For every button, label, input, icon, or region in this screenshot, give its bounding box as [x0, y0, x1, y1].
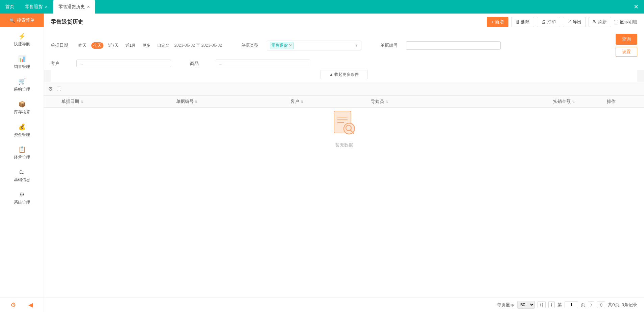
delete-button[interactable]: 🗑 删除 — [511, 17, 534, 27]
tab-home[interactable]: 首页 — [0, 0, 20, 14]
sidebar-item-system-mgmt[interactable]: ⚙ 系统管理 — [0, 187, 44, 209]
first-page-button[interactable]: ⟨⟨ — [538, 301, 546, 308]
search-icon: 🔍 — [9, 18, 15, 23]
date-range[interactable]: 2023-06-02 至 2023-06-02 — [174, 43, 222, 48]
sidebar-label-inventory: 库存核算 — [14, 109, 30, 115]
sidebar-label-operation-mgmt: 经营管理 — [14, 155, 30, 160]
tab-close-retail-return-history[interactable]: ✕ — [87, 5, 90, 9]
query-settings-col: 查询 设置 — [616, 34, 637, 57]
sidebar-label-purchase-mgmt: 采购管理 — [14, 87, 30, 92]
tab-retail-return[interactable]: 零售退货✕ — [20, 0, 53, 14]
date-btn-1month[interactable]: 近1月 — [123, 42, 138, 49]
sidebar-label-quick-nav: 快捷导航 — [14, 41, 30, 47]
empty-state: 暂无数据 — [44, 108, 644, 148]
pagination: 每页显示 50 10 20 100 ⟨⟨ ⟨ 第 页 ⟩ ⟩⟩ 共0页, 0条记… — [44, 297, 644, 312]
filter-section: 零售退货历史 + 新增 🗑 删除 🖨 打印 ↗ 导出 ↻ 刷新 显示明细 — [44, 14, 644, 70]
table-toolbar: ⚙ — [44, 82, 644, 96]
page-input[interactable] — [565, 301, 578, 308]
page-unit: 页 — [581, 302, 585, 308]
next-page-button[interactable]: ⟩ — [588, 301, 594, 308]
total-text: 共0页, 0条记录 — [608, 302, 637, 308]
sidebar-label-system-mgmt: 系统管理 — [14, 200, 30, 205]
tag-close-icon[interactable]: ✕ — [289, 43, 292, 48]
purchase-mgmt-icon: 🛒 — [18, 78, 26, 85]
refresh-button[interactable]: ↻ 刷新 — [589, 17, 611, 27]
voucher-type-select[interactable]: 零售退货 ✕ ▼ — [267, 41, 361, 50]
show-detail-checkbox-wrap[interactable]: 显示明细 — [614, 19, 637, 25]
collapse-button[interactable]: ▲ 收起更多条件 — [320, 70, 368, 79]
empty-icon — [329, 108, 359, 138]
sidebar-item-purchase-mgmt[interactable]: 🛒 采购管理 — [0, 74, 44, 96]
sidebar-label-basic-info: 基础信息 — [14, 177, 30, 183]
date-btn-more[interactable]: 更多 — [140, 42, 152, 49]
tab-retail-return-history[interactable]: 零售退货历史✕ — [53, 0, 95, 14]
th-actual-amount[interactable]: 实销金额 ⇅ — [464, 96, 579, 108]
collapse-sidebar-icon[interactable]: ◀ — [28, 301, 33, 309]
per-page-select[interactable]: 50 10 20 100 — [517, 301, 535, 309]
th-customer[interactable]: 客户 ⇅ — [286, 96, 367, 108]
sidebar-item-inventory[interactable]: 📦 库存核算 — [0, 96, 44, 119]
window-close-button[interactable]: ✕ — [634, 3, 644, 10]
export-button[interactable]: ↗ 导出 — [563, 17, 586, 27]
date-filter-group: 昨天 今天 近7天 近1月 更多 自定义 2023-06-02 至 2023-0… — [76, 42, 222, 49]
sidebar-label-finance-mgmt: 资金管理 — [14, 132, 30, 138]
basic-info-icon: 🗂 — [19, 169, 25, 176]
goods-select[interactable]: ... — [216, 60, 310, 67]
page-title: 零售退货历史 — [51, 19, 83, 26]
th-guide[interactable]: 导购员 ⇅ — [367, 96, 464, 108]
date-btn-yesterday[interactable]: 昨天 — [76, 42, 89, 49]
tab-close-retail-return[interactable]: ✕ — [45, 5, 48, 9]
sidebar-item-basic-info[interactable]: 🗂 基础信息 — [0, 164, 44, 187]
new-button[interactable]: + 新增 — [487, 17, 508, 27]
table-header: 单据日期 ⇅ 单据编号 ⇅ 客户 ⇅ 导购员 ⇅ 实销金额 ⇅ 操作 — [44, 96, 644, 108]
empty-text: 暂无数据 — [335, 142, 353, 148]
sidebar-item-sales-mgmt[interactable]: 📊 销售管理 — [0, 51, 44, 74]
quick-nav-icon: ⚡ — [18, 32, 26, 40]
customer-dots: ... — [79, 61, 83, 66]
filter-row-2: 客户 ... 商品 ... — [51, 60, 637, 67]
last-page-button[interactable]: ⟩⟩ — [597, 301, 605, 308]
date-btn-custom[interactable]: 自定义 — [155, 42, 171, 49]
sidebar-item-finance-mgmt[interactable]: 💰 资金管理 — [0, 119, 44, 142]
show-detail-checkbox[interactable] — [614, 20, 618, 24]
sidebar-search[interactable]: 🔍 搜索菜单 — [0, 14, 44, 27]
collapse-row: ▲ 收起更多条件 — [51, 70, 637, 82]
customer-label: 客户 — [51, 61, 71, 67]
tab-label-home: 首页 — [5, 4, 14, 10]
th-voucher-date[interactable]: 单据日期 ⇅ — [57, 96, 172, 108]
voucher-type-tag: 零售退货 ✕ — [270, 42, 294, 49]
print-button[interactable]: 🖨 打印 — [537, 17, 560, 27]
th-voucher-no[interactable]: 单据编号 ⇅ — [172, 96, 287, 108]
settings-icon[interactable]: ⚙ — [10, 301, 16, 309]
table-wrapper: 单据日期 ⇅ 单据编号 ⇅ 客户 ⇅ 导购员 ⇅ 实销金额 ⇅ 操作 — [44, 96, 644, 297]
table-settings-icon[interactable]: ⚙ — [48, 86, 53, 92]
content-area: 零售退货历史 + 新增 🗑 删除 🖨 打印 ↗ 导出 ↻ 刷新 显示明细 — [44, 14, 644, 312]
sales-mgmt-icon: 📊 — [18, 55, 26, 63]
goods-dots: ... — [219, 61, 222, 66]
customer-select[interactable]: ... — [76, 60, 171, 67]
th-operation: 操作 — [579, 96, 644, 108]
sidebar-item-quick-nav[interactable]: ⚡ 快捷导航 — [0, 28, 44, 51]
per-page-label: 每页显示 — [497, 302, 515, 308]
select-all-checkbox[interactable] — [57, 87, 61, 91]
top-bar: 首页零售退货✕零售退货历史✕ ✕ — [0, 0, 644, 14]
goods-label: 商品 — [190, 61, 210, 67]
date-btn-7days[interactable]: 近7天 — [106, 42, 121, 49]
voucher-no-input[interactable] — [406, 41, 501, 50]
voucher-type-label: 单据类型 — [241, 42, 261, 48]
settings-button[interactable]: 设置 — [616, 47, 637, 57]
tab-label-retail-return-history: 零售退货历史 — [58, 4, 85, 10]
inventory-icon: 📦 — [18, 101, 26, 108]
sidebar-item-operation-mgmt[interactable]: 📋 经营管理 — [0, 142, 44, 164]
date-btn-today[interactable]: 今天 — [91, 42, 103, 49]
tab-label-retail-return: 零售退货 — [25, 4, 43, 10]
query-button[interactable]: 查询 — [616, 34, 637, 45]
select-arrow-icon: ▼ — [355, 43, 358, 47]
voucher-no-label: 单据编号 — [380, 42, 401, 48]
system-mgmt-icon: ⚙ — [19, 191, 25, 198]
filter-area: 单据日期 昨天 今天 近7天 近1月 更多 自定义 2023-06-02 至 2… — [51, 31, 637, 67]
voucher-date-label: 单据日期 — [51, 42, 71, 48]
table-area: ⚙ 单据日期 ⇅ 单据编号 ⇅ 客户 ⇅ 导购员 ⇅ 实销金额 ⇅ 操作 — [44, 82, 644, 297]
prev-page-button[interactable]: ⟨ — [548, 301, 555, 308]
sidebar-label-sales-mgmt: 销售管理 — [14, 64, 30, 70]
